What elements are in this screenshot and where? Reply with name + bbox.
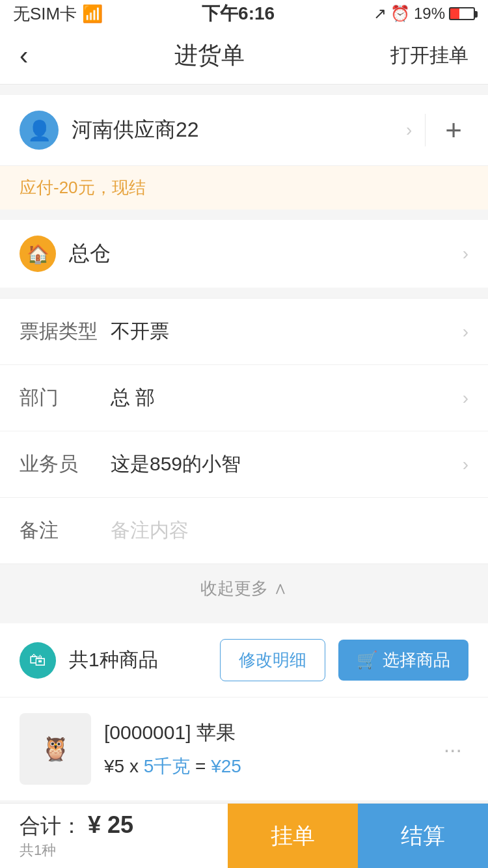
invoice-row[interactable]: 票据类型 不开票 ›: [0, 298, 488, 364]
product-info: [0000001] 苹果 ¥5 x 5千克 = ¥25: [104, 720, 424, 779]
status-left: 无SIM卡 📶: [13, 3, 103, 25]
warehouse-row[interactable]: 🏠 总仓 ›: [0, 220, 488, 288]
status-bar: 无SIM卡 📶 下午6:16 ↗ ⏰ 19%: [0, 0, 488, 27]
warehouse-chevron-icon: ›: [463, 243, 468, 264]
invoice-chevron-icon: ›: [463, 321, 468, 342]
unit-price: ¥5 x: [104, 756, 144, 776]
equals: =: [190, 756, 211, 776]
remark-input[interactable]: 备注内容: [111, 517, 468, 544]
edit-detail-button[interactable]: 修改明细: [220, 639, 325, 681]
form-card: 票据类型 不开票 › 部门 总 部 › 业务员 这是859的小智 › 备注 备注…: [0, 298, 488, 563]
location-icon: ↗: [373, 5, 386, 23]
warehouse-name: 总仓: [69, 239, 463, 268]
status-time: 下午6:16: [202, 1, 275, 26]
supplier-name: 河南供应商22: [72, 116, 406, 144]
collapse-label: 收起更多 ∧: [200, 578, 287, 598]
collapse-bar[interactable]: 收起更多 ∧: [0, 563, 488, 613]
nav-bar: ‹ 进货单 打开挂单: [0, 27, 488, 85]
product-thumbnail: 🦉: [20, 713, 91, 785]
remark-row[interactable]: 备注 备注内容: [0, 497, 488, 563]
gap-3: [0, 288, 488, 298]
select-product-button[interactable]: 🛒 选择商品: [338, 640, 468, 681]
alarm-icon: ⏰: [390, 5, 410, 23]
products-header: 🛍 共1种商品 修改明细 🛒 选择商品: [0, 623, 488, 697]
supplier-chevron-icon: ›: [406, 120, 412, 141]
product-title: 苹果: [197, 722, 236, 743]
bottom-bar: 合计： ¥ 25 共1种 挂单 结算: [0, 803, 488, 868]
sales-row[interactable]: 业务员 这是859的小智 ›: [0, 431, 488, 497]
page-title: 进货单: [174, 40, 245, 72]
product-price: ¥5 x 5千克 = ¥25: [104, 754, 424, 779]
select-product-label: 选择商品: [383, 649, 450, 671]
total-sub: 共1种: [20, 841, 208, 860]
sales-chevron-icon: ›: [463, 454, 468, 475]
total-label: 合计：: [20, 814, 82, 837]
product-item-card: 🦉 [0000001] 苹果 ¥5 x 5千克 = ¥25 ···: [0, 697, 488, 800]
invoice-label: 票据类型: [20, 318, 111, 345]
select-product-icon: 🛒: [357, 650, 377, 670]
total-amount: ¥ 25: [88, 811, 133, 838]
product-more-button[interactable]: ···: [437, 737, 468, 762]
supplier-divider: [425, 114, 426, 146]
sales-label: 业务员: [20, 451, 111, 478]
checkout-button[interactable]: 结算: [358, 804, 488, 869]
info-banner: 应付-20元，现结: [0, 166, 488, 210]
products-icon-symbol: 🛍: [29, 650, 46, 670]
back-button[interactable]: ‹: [20, 41, 28, 70]
total-row: 合计： ¥ 25: [20, 811, 208, 841]
products-count: 共1种商品: [69, 647, 207, 673]
status-right: ↗ ⏰ 19%: [373, 5, 475, 23]
battery-percent: 19%: [414, 5, 445, 23]
dept-chevron-icon: ›: [463, 388, 468, 409]
avatar-icon: 👤: [27, 119, 51, 142]
gap-2: [0, 210, 488, 220]
gap-1: [0, 85, 488, 95]
supplier-avatar: 👤: [20, 111, 59, 150]
warehouse-icon: 🏠: [20, 236, 56, 272]
dept-value: 总 部: [111, 385, 463, 411]
sales-value: 这是859的小智: [111, 451, 463, 478]
products-icon: 🛍: [20, 642, 56, 679]
open-hang-button[interactable]: 打开挂单: [390, 42, 468, 69]
product-item: 🦉 [0000001] 苹果 ¥5 x 5千克 = ¥25 ···: [0, 697, 488, 800]
hang-button[interactable]: 挂单: [228, 804, 358, 869]
dept-row[interactable]: 部门 总 部 ›: [0, 364, 488, 431]
product-code: [0000001]: [104, 722, 197, 743]
total-section: 合计： ¥ 25 共1种: [0, 811, 228, 860]
supplier-card: 👤 河南供应商22 › + 应付-20元，现结: [0, 95, 488, 210]
info-banner-text: 应付-20元，现结: [20, 178, 146, 197]
carrier-label: 无SIM卡: [13, 3, 77, 25]
remark-label: 备注: [20, 517, 111, 544]
quantity: 5千克: [144, 756, 191, 776]
supplier-row[interactable]: 👤 河南供应商22 › +: [0, 95, 488, 166]
warehouse-card: 🏠 总仓 ›: [0, 220, 488, 288]
invoice-value: 不开票: [111, 318, 463, 345]
product-thumb-icon: 🦉: [41, 735, 70, 763]
product-name: [0000001] 苹果: [104, 720, 424, 746]
wifi-icon: 📶: [82, 4, 103, 24]
total-price: ¥25: [211, 756, 241, 776]
battery-icon: [449, 7, 475, 20]
dept-label: 部门: [20, 385, 111, 411]
warehouse-icon-symbol: 🏠: [27, 243, 49, 265]
add-supplier-button[interactable]: +: [439, 114, 468, 146]
